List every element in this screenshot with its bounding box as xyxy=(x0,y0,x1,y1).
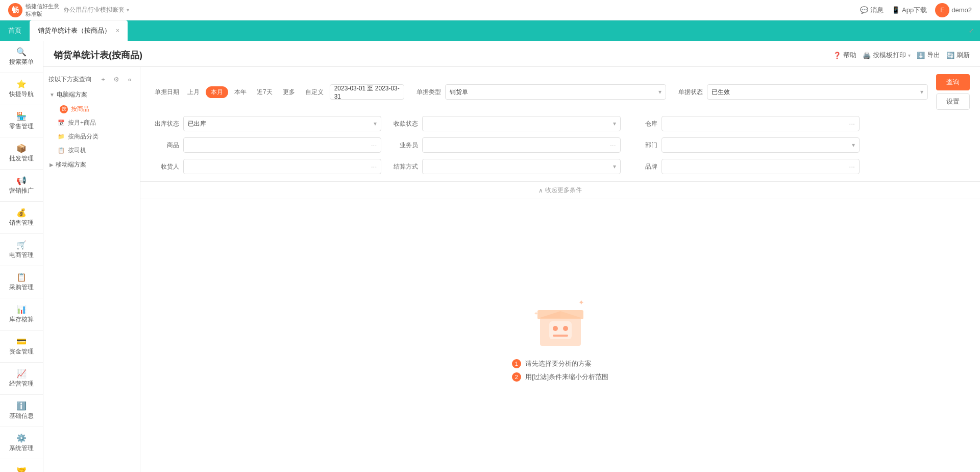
step-2-circle: 2 xyxy=(512,372,521,382)
empty-step-1: 1 请先选择要分析的方案 xyxy=(512,359,608,368)
filter-layout: 按以下方案查询 + ⚙ « ▼ 电脑端方案 xyxy=(43,67,980,472)
filter-content: 单据日期 上月 本月 本年 近7天 更多 自定义 xyxy=(140,67,980,472)
warehouse-status-control[interactable]: 已出库 ▾ xyxy=(183,116,381,131)
by-product-icon: 按 xyxy=(60,105,68,113)
settings-button[interactable]: 设置 xyxy=(936,93,970,110)
svg-point-5 xyxy=(553,326,558,331)
export-button[interactable]: ⬇️ 导出 xyxy=(917,51,940,60)
tree-section-mobile-header[interactable]: ▶ 移动端方案 xyxy=(47,157,136,172)
sidebar-item-enterprise[interactable]: 🤝 企业协同 xyxy=(0,459,43,472)
filter-item-department: 部门 ▾ xyxy=(629,137,860,153)
filter-row-3: 商品 ··· 业务员 ··· xyxy=(151,137,970,153)
sidebar-item-finance[interactable]: 💳 资金管理 xyxy=(0,331,43,363)
sidebar-item-inventory[interactable]: 📊 库存核算 xyxy=(0,298,43,331)
sidebar-item-system[interactable]: ⚙️ 系统管理 xyxy=(0,427,43,459)
message-button[interactable]: 💬 消息 xyxy=(860,6,884,15)
marketing-icon: 📢 xyxy=(2,176,41,185)
sidebar-item-operations[interactable]: 📈 经营管理 xyxy=(0,363,43,395)
sidebar-item-quick-nav[interactable]: ⭐ 快捷导航 xyxy=(0,73,43,105)
empty-illustration: ✦ ✦ xyxy=(530,290,591,351)
date-tab-current-year[interactable]: 本年 xyxy=(230,86,251,98)
top-bar-right: 💬 消息 📱 App下载 E demo2 xyxy=(860,3,972,17)
doc-type-chevron-icon: ▾ xyxy=(658,88,662,96)
help-button[interactable]: ❓ 帮助 xyxy=(833,51,856,60)
sidebar-item-retail[interactable]: 🏪 零售管理 xyxy=(0,105,43,137)
operations-icon: 📈 xyxy=(2,369,41,379)
logo-area: 畅 畅捷信好生意 标准版 xyxy=(8,3,59,17)
export-icon: ⬇️ xyxy=(917,52,925,59)
sidebar-item-procurement[interactable]: 📋 采购管理 xyxy=(0,266,43,298)
tree-item-by-month-product[interactable]: 📅 按月+商品 xyxy=(47,116,136,130)
brand-control[interactable]: ··· xyxy=(662,159,860,174)
print-template-button[interactable]: 🖨️ 按模板打印 ▾ xyxy=(863,51,911,60)
svg-text:✦: ✦ xyxy=(578,298,584,306)
system-icon: ⚙️ xyxy=(2,433,41,443)
tab-close-icon[interactable]: × xyxy=(116,27,119,34)
tree-section-desktop-header[interactable]: ▼ 电脑端方案 xyxy=(47,87,136,102)
desktop-arrow-icon: ▼ xyxy=(50,92,55,98)
filter-item-warehouse: 仓库 ··· xyxy=(629,116,860,131)
industry-chevron-icon: ▾ xyxy=(127,7,129,13)
refresh-button[interactable]: 🔄 刷新 xyxy=(946,51,970,60)
svg-text:✦: ✦ xyxy=(534,311,538,316)
app-download-button[interactable]: 📱 App下载 xyxy=(892,6,927,15)
tab-home[interactable]: 首页 xyxy=(0,20,30,41)
page-title: 销货单统计表(按商品) xyxy=(54,49,142,61)
date-input[interactable]: 2023-03-01 至 2023-03-31 xyxy=(330,84,404,100)
basic-icon: ℹ️ xyxy=(2,401,41,411)
tree-settings-button[interactable]: ⚙ xyxy=(111,74,121,84)
date-tabs: 上月 本月 本年 近7天 更多 自定义 xyxy=(183,86,328,98)
sidebar-item-sales[interactable]: 💰 销售管理 xyxy=(0,202,43,234)
date-tab-last-month[interactable]: 上月 xyxy=(183,86,204,98)
empty-svg: ✦ ✦ xyxy=(530,290,591,351)
receiver-dots-icon: ··· xyxy=(371,162,377,171)
doc-status-control[interactable]: 已生效 ▾ xyxy=(707,84,928,100)
industry-selector[interactable]: 办公用品行业模拟账套 ▾ xyxy=(63,6,129,14)
product-label: 商品 xyxy=(151,141,179,150)
department-control[interactable]: ▾ xyxy=(662,137,860,153)
date-tab-7days[interactable]: 近7天 xyxy=(253,86,277,98)
driver-icon: 📋 xyxy=(58,147,65,154)
sidebar-item-search-menu[interactable]: 🔍 搜索菜单 xyxy=(0,41,43,73)
tree-item-by-category[interactable]: 📁 按商品分类 xyxy=(47,130,136,144)
date-tab-more[interactable]: 更多 xyxy=(279,86,299,98)
collapse-bar[interactable]: ∧ 收起更多条件 xyxy=(140,182,980,199)
receiver-control[interactable]: ··· xyxy=(183,159,381,174)
svg-rect-7 xyxy=(553,335,568,337)
settlement-label: 结算方式 xyxy=(389,162,418,171)
filter-item-doc-status: 单据状态 已生效 ▾ xyxy=(674,84,928,100)
tab-maximize-icon[interactable]: ⤢ xyxy=(969,27,974,34)
sidebar-item-ecommerce[interactable]: 🛒 电商管理 xyxy=(0,234,43,266)
tree-item-by-product[interactable]: 按 按商品 xyxy=(47,102,136,116)
procurement-icon: 📋 xyxy=(2,272,41,282)
tree-collapse-button[interactable]: « xyxy=(125,74,135,84)
doc-type-label: 单据类型 xyxy=(412,88,441,97)
print-icon: 🖨️ xyxy=(863,52,871,59)
sidebar: 🔍 搜索菜单 ⭐ 快捷导航 🏪 零售管理 📦 批发管理 📢 营销推广 💰 销售管… xyxy=(0,41,43,472)
user-menu[interactable]: E demo2 xyxy=(935,3,972,17)
department-label: 部门 xyxy=(629,141,657,150)
filter-item-receipt-status: 收款状态 ▾ xyxy=(389,116,620,131)
receipt-status-control[interactable]: ▾ xyxy=(422,116,620,131)
collapse-icon: ∧ xyxy=(538,187,543,194)
doc-type-control[interactable]: 销货单 ▾ xyxy=(445,84,666,100)
message-icon: 💬 xyxy=(860,6,868,14)
tree-add-button[interactable]: + xyxy=(98,74,108,84)
sidebar-item-wholesale[interactable]: 📦 批发管理 xyxy=(0,137,43,170)
sidebar-item-marketing[interactable]: 📢 营销推广 xyxy=(0,170,43,202)
date-tab-custom[interactable]: 自定义 xyxy=(301,86,328,98)
product-control[interactable]: ··· xyxy=(183,137,381,153)
tree-panel: 按以下方案查询 + ⚙ « ▼ 电脑端方案 xyxy=(43,67,140,472)
sales-icon: 💰 xyxy=(2,208,41,218)
query-button[interactable]: 查询 xyxy=(936,74,970,90)
tab-bar: 首页 销货单统计表（按商品） × ⤢ xyxy=(0,20,980,41)
sidebar-item-basic[interactable]: ℹ️ 基础信息 xyxy=(0,395,43,427)
product-dots-icon: ··· xyxy=(371,141,377,149)
settlement-control[interactable]: ▾ xyxy=(422,159,620,174)
tree-item-by-driver[interactable]: 📋 按司机 xyxy=(47,144,136,157)
date-tab-current-month[interactable]: 本月 xyxy=(206,86,228,98)
warehouse-control[interactable]: ··· xyxy=(662,116,860,131)
tab-active[interactable]: 销货单统计表（按商品） × xyxy=(30,20,128,41)
filter-item-warehouse-status: 出库状态 已出库 ▾ xyxy=(151,116,381,131)
salesperson-control[interactable]: ··· xyxy=(422,137,620,153)
